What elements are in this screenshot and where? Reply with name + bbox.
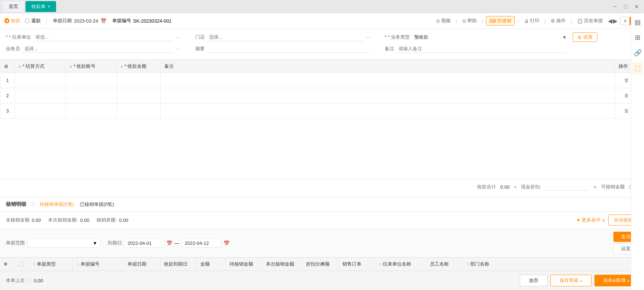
sidebar-table-icon[interactable]: ▤ — [632, 16, 643, 28]
save-draft-label: 保存草稿 — [559, 277, 578, 284]
maximize-button[interactable]: □ — [622, 3, 629, 10]
shortcut-label: 快捷键 — [497, 17, 511, 24]
discount-input[interactable] — [546, 183, 589, 191]
select-all-checkbox[interactable] — [18, 262, 23, 267]
sidebar-expand-icon[interactable]: ⬚ — [632, 62, 643, 74]
sidebar-grid-icon[interactable]: ⊞ — [633, 31, 643, 44]
bth-checkbox[interactable] — [15, 258, 29, 270]
footer-info-icon[interactable]: ⓘ — [27, 277, 32, 284]
bth-current: 本次核销金额 — [262, 258, 302, 270]
operation-button[interactable]: ⚙ 操作 — [549, 16, 568, 25]
summary-row: 收款合计 0.00 + 现金折扣: = 可核销金额 0.00 — [0, 179, 644, 194]
business-type-dropdown-icon[interactable]: ▼ — [562, 35, 567, 40]
receipt-table: ⚙ ⇅ * 结算方式 ⇅ * 收款账号 ⇅ * 收款金额 — [0, 60, 644, 119]
salesperson-input[interactable] — [22, 45, 173, 53]
current-stat: 本次核销金额: 0.00 — [48, 217, 89, 223]
print-icon: 🖨 — [524, 18, 529, 24]
help-icon: ⊙ — [462, 18, 466, 24]
save-new-label: 保存&新增 — [603, 277, 625, 284]
bth-due-label: 收款到期日 — [164, 261, 188, 267]
row-3-amount[interactable] — [117, 103, 161, 119]
calendar-from-icon[interactable]: 📅 — [166, 240, 172, 246]
summary-input[interactable] — [207, 45, 370, 53]
footer-value: 0.00 — [34, 278, 43, 283]
col-amount-header: ⇅ * 收款金额 — [117, 60, 161, 73]
col-settings-header[interactable]: ⚙ — [0, 60, 15, 73]
row-2-delete-icon[interactable]: 🗑 — [624, 93, 629, 99]
row-1-amount[interactable] — [117, 73, 161, 88]
filter-icon: ▼ — [576, 218, 581, 223]
row-3-settle[interactable] — [15, 103, 66, 119]
date-to-input[interactable] — [181, 239, 221, 248]
settle-sort-icon[interactable]: ⇅ — [19, 65, 21, 68]
dept-sort-icon[interactable]: ⇅ — [466, 262, 469, 266]
row-2-settle[interactable] — [15, 88, 66, 103]
store-more-icon[interactable]: ··· — [366, 34, 370, 40]
row-1-account[interactable] — [66, 73, 117, 88]
next-arrow[interactable]: ▶ — [613, 17, 617, 24]
calendar-icon[interactable]: 📅 — [101, 18, 106, 24]
close-button[interactable]: ✕ — [632, 3, 641, 10]
table-row: 1 🗑 ⧉ — [0, 73, 644, 88]
tab-pending[interactable]: 待核销单据(0笔) — [40, 201, 74, 208]
row-3-delete-icon[interactable]: 🗑 — [624, 108, 629, 114]
table-row: 3 🗑 ⧉ — [0, 103, 644, 119]
date-range-filter: 到期日 📅 — 📅 — [108, 239, 229, 248]
salesperson-more-icon[interactable]: ··· — [176, 46, 181, 52]
help-button[interactable]: ⊙ 帮助 — [460, 16, 479, 25]
bth-discount-label: 折扣分摊额 — [306, 261, 330, 267]
discard-button[interactable]: 放弃 — [520, 275, 547, 286]
minimize-button[interactable]: ─ — [611, 3, 619, 10]
save-draft-button[interactable]: 保存草稿 ∧ — [550, 275, 592, 286]
print-button[interactable]: 🖨 打印 — [522, 16, 542, 25]
range-select[interactable]: ▼ — [28, 239, 101, 248]
counterpart-sort-icon[interactable]: ⇅ — [379, 262, 382, 266]
remark-input[interactable] — [396, 45, 567, 53]
video-button[interactable]: ⊙ 视频 — [434, 16, 453, 25]
sidebar-link-icon[interactable]: 🔗 — [632, 47, 644, 59]
counterpart-more-icon[interactable]: ··· — [176, 34, 181, 40]
amount-col-label: * 收款金额 — [125, 63, 147, 69]
row-2-amount[interactable] — [117, 88, 161, 103]
range-dropdown-icon: ▼ — [93, 240, 97, 246]
radio-refund[interactable]: 退款 — [25, 17, 41, 24]
calendar-to-icon[interactable]: 📅 — [224, 240, 229, 246]
row-1-settle[interactable] — [15, 73, 66, 88]
row-3-num: 3 — [0, 103, 15, 119]
prev-arrow[interactable]: ◀ — [608, 17, 612, 24]
doc-number-label: 单据编号 — [112, 17, 131, 24]
settings-button[interactable]: ⚙ 设置 — [573, 32, 597, 42]
row-3-note[interactable] — [161, 103, 615, 119]
store-input[interactable] — [207, 33, 363, 41]
date-field: 单据日期 2023-03-24 📅 — [53, 17, 106, 24]
more-conditions-button[interactable]: ▼ 更多条件 ∧ — [576, 217, 605, 223]
row-2-note[interactable] — [161, 88, 615, 103]
list-view-button[interactable]: ≡ — [621, 17, 629, 25]
video-icon: ⊙ — [436, 18, 440, 24]
row-1-note[interactable] — [161, 73, 615, 88]
amount-sort-icon[interactable]: ⇅ — [121, 65, 123, 68]
type-sort-icon[interactable]: ⇅ — [33, 262, 36, 266]
row-3-account[interactable] — [66, 103, 117, 119]
date-from-input[interactable] — [124, 239, 164, 248]
bth-settings[interactable]: ⚙ — [0, 258, 15, 270]
tab-close-icon[interactable]: × — [48, 4, 50, 9]
bth-discount: 折扣分摊额 — [302, 258, 339, 270]
radio-receipt[interactable]: 收款 — [4, 17, 20, 24]
number-sort-icon[interactable]: ⇅ — [76, 262, 79, 266]
radio-refund-circle — [25, 18, 30, 23]
total-value: 0.00 — [500, 184, 510, 190]
row-1-delete-icon[interactable]: 🗑 — [624, 77, 629, 83]
due-date-label: 到期日 — [108, 240, 122, 246]
tab-done[interactable]: 已核销单据(0笔) — [80, 201, 114, 208]
account-sort-icon[interactable]: ⇅ — [70, 65, 72, 68]
counterpart-input[interactable] — [33, 33, 173, 41]
right-sidebar: ▤ ⊞ 🔗 ⬚ — [631, 13, 644, 290]
business-type-value: 预收款 — [412, 33, 560, 42]
tab-home[interactable]: 首页 — [3, 1, 24, 12]
tab-receipt[interactable]: 收款单 × — [25, 1, 56, 12]
history-button[interactable]: 📋 历史单据 — [575, 16, 605, 25]
reconcile-info-icon[interactable]: ⓘ — [31, 201, 35, 208]
shortcut-button[interactable]: ⌨ 快捷键 — [486, 16, 515, 26]
row-2-account[interactable] — [66, 88, 117, 103]
